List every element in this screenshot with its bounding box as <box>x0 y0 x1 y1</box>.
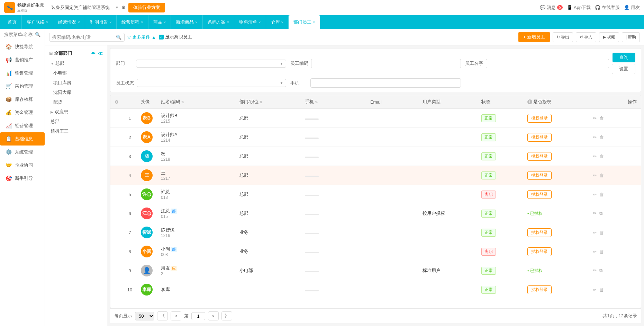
auth-btn[interactable]: 授权登录 <box>527 114 552 123</box>
info-icon[interactable]: i <box>527 99 532 104</box>
show-resigned-toggle[interactable]: ✓ 显示离职员工 <box>159 34 192 40</box>
edit-dept-icon[interactable]: ✏ <box>91 51 96 56</box>
delete-icon[interactable]: 🗑 <box>599 230 604 235</box>
user-action[interactable]: 👤 用友 <box>624 5 640 11</box>
dept-tree-item-xiaodian[interactable]: 小电部 <box>45 68 107 78</box>
dept-tree-item-shuang[interactable]: ▶ 双鹿想 <box>45 107 107 117</box>
empcode-filter-input[interactable] <box>311 59 461 68</box>
dept-tree-item-shenyang[interactable]: 沈阳大库 <box>45 88 107 97</box>
sidebar-item-operations[interactable]: 📈经营管理 <box>0 119 45 132</box>
edit-icon[interactable]: ✏ <box>593 211 597 216</box>
sort-icon[interactable]: ⇅ <box>260 100 262 104</box>
dept-tree-item-zongbu[interactable]: ▼ 总部 <box>45 59 107 68</box>
delete-icon[interactable]: 🗑 <box>599 249 604 254</box>
export-btn[interactable]: ↻ 导出 <box>553 32 573 42</box>
sidebar-item-collab[interactable]: 🤝企业协同 <box>0 159 45 172</box>
empname-filter-input[interactable] <box>486 59 609 68</box>
experience-btn[interactable]: 体验行业方案 <box>128 3 165 12</box>
tab-home[interactable]: 首页 <box>3 15 22 29</box>
last-page-btn[interactable]: 》 <box>221 311 232 320</box>
delete-icon[interactable]: 🗑 <box>599 287 604 292</box>
auth-btn[interactable]: 授权登录 <box>527 190 552 199</box>
close-icon[interactable]: × <box>313 20 315 24</box>
edit-icon[interactable]: ✏ <box>593 230 597 235</box>
edit-icon[interactable]: ✏ <box>593 173 597 178</box>
col-name-header[interactable]: 姓名/编码 ⇅ <box>157 95 235 109</box>
tab-bom[interactable]: 物料清单× <box>234 15 266 29</box>
copy-icon[interactable]: ⧉ <box>599 211 602 216</box>
close-icon[interactable]: × <box>258 20 261 24</box>
first-page-btn[interactable]: 《 <box>157 311 168 320</box>
tab-dept-staff[interactable]: 部门员工× <box>289 15 320 29</box>
sidebar-item-guide[interactable]: 🎯新手引导 <box>0 172 45 185</box>
edit-icon[interactable]: ✏ <box>593 154 597 159</box>
edit-icon[interactable]: ✏ <box>593 268 597 273</box>
auth-btn[interactable]: 授权登录 <box>527 285 552 294</box>
close-icon[interactable]: × <box>281 20 283 24</box>
tab-profit[interactable]: 利润报告× <box>85 15 117 29</box>
view-btn[interactable]: ▶ 视频 <box>599 32 619 42</box>
auth-btn[interactable]: 授权登录 <box>527 228 552 237</box>
sort-icon[interactable]: ⇅ <box>181 100 184 104</box>
close-icon[interactable]: × <box>109 20 111 24</box>
tab-barcode[interactable]: 条码方案× <box>203 15 234 29</box>
delete-icon[interactable]: 🗑 <box>599 192 604 197</box>
dept-tree-item-peihuo[interactable]: 配货 <box>45 97 107 107</box>
copy-icon[interactable]: ⧉ <box>599 268 602 273</box>
close-icon[interactable]: × <box>78 20 80 24</box>
dept-filter-select[interactable]: ▼ <box>136 60 286 68</box>
close-icon[interactable]: × <box>164 20 166 24</box>
dept-tree-item-xiangmu[interactable]: 项目库房 <box>45 78 107 88</box>
search-input[interactable] <box>52 35 115 40</box>
col-settings[interactable]: ⚙ <box>110 95 123 109</box>
sidebar-item-system[interactable]: ⚙️系统管理 <box>0 146 45 159</box>
settings-icon[interactable]: ⚙ <box>121 5 126 10</box>
sidebar-item-nav[interactable]: 🏠快捷导航 <box>0 40 45 53</box>
auth-btn[interactable]: 授权登录 <box>527 152 552 161</box>
message-action[interactable]: 💬 消息 5 <box>540 5 563 11</box>
col-phone-header[interactable]: 手机 ⇅ <box>301 95 366 109</box>
auth-btn[interactable]: 授权登录 <box>527 247 552 256</box>
tab-warehouse[interactable]: 仓库× <box>266 15 289 29</box>
delete-icon[interactable]: 🗑 <box>599 116 604 121</box>
sort-icon[interactable]: ⇅ <box>315 100 318 104</box>
query-btn[interactable]: 查询 <box>613 53 635 62</box>
tab-new-goods[interactable]: 新增商品× <box>171 15 202 29</box>
close-icon[interactable]: × <box>46 20 48 24</box>
online-service-action[interactable]: 🎧 在线客服 <box>595 5 620 11</box>
set-btn[interactable]: 设置 <box>612 64 635 74</box>
next-page-btn[interactable]: ＞ <box>208 311 219 320</box>
per-page-select[interactable]: 50 20 100 <box>135 312 154 320</box>
system-title-dropdown[interactable]: ▼ <box>115 6 119 9</box>
app-download-action[interactable]: 📱 App下载 <box>567 5 591 11</box>
prev-page-btn[interactable]: ＜ <box>171 311 181 320</box>
page-num-input[interactable] <box>191 312 205 320</box>
import-btn[interactable]: ↺ 导入 <box>576 32 596 42</box>
delete-icon[interactable]: 🗑 <box>599 154 604 159</box>
sidebar-item-basic[interactable]: 📋基础信息 <box>0 132 45 146</box>
sidebar-item-marketing[interactable]: 📢营销推广 <box>0 53 45 67</box>
tab-business[interactable]: 经营情况× <box>53 15 85 29</box>
search-input[interactable] <box>4 32 34 37</box>
status-filter-select[interactable]: ▼ <box>137 79 286 87</box>
edit-icon[interactable]: ✏ <box>593 135 597 140</box>
close-icon[interactable]: × <box>227 20 229 24</box>
dept-tree-item-zhishu[interactable]: 植树王三 <box>45 126 107 136</box>
auth-btn[interactable]: 授权登录 <box>527 133 552 142</box>
auth-btn[interactable]: 授权登录 <box>527 171 552 180</box>
tab-history[interactable]: 经营历程× <box>117 15 148 29</box>
collapse-icon[interactable]: ≪ <box>98 51 103 56</box>
phone-filter-input[interactable] <box>310 78 461 88</box>
sidebar-item-inventory[interactable]: 📦库存核算 <box>0 93 45 106</box>
tab-goods[interactable]: 商品× <box>148 15 171 29</box>
close-icon[interactable]: × <box>195 20 197 24</box>
sidebar-item-finance[interactable]: 💰资金管理 <box>0 106 45 119</box>
col-dept-header[interactable]: 部门/职位 ⇅ <box>235 95 301 109</box>
filter-more-btn[interactable]: ▽ 更多条件 ▲ <box>127 34 156 40</box>
edit-icon[interactable]: ✏ <box>593 287 597 292</box>
tab-customer[interactable]: 客户联络× <box>22 15 53 29</box>
close-icon[interactable]: × <box>141 20 143 24</box>
help-btn[interactable]: | 帮助 <box>622 32 640 42</box>
edit-icon[interactable]: ✏ <box>593 249 597 254</box>
edit-icon[interactable]: ✏ <box>593 192 597 197</box>
